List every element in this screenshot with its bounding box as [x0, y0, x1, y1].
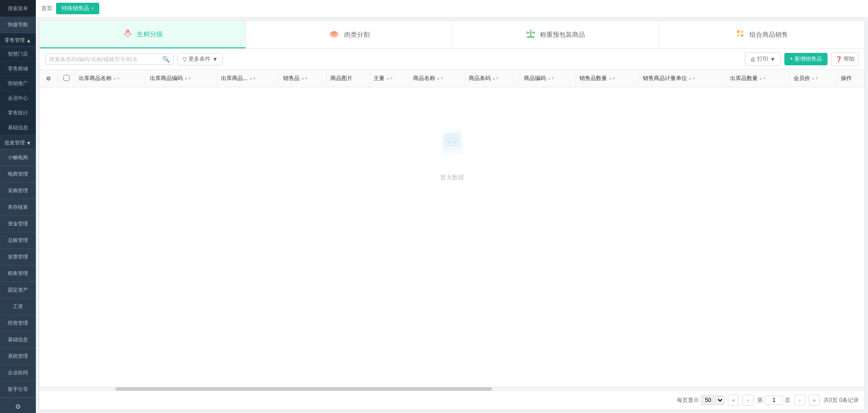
sidebar-item-retail-mall[interactable]: 零售商城: [0, 62, 36, 76]
th-product-code: 商品编码▲▼: [520, 70, 576, 87]
th-sales-qty: 销售品数量▲▼: [575, 70, 639, 87]
print-chevron: ▼: [770, 56, 776, 63]
sidebar-item-corp-coop[interactable]: 企业协同: [0, 365, 36, 381]
close-tab-icon[interactable]: ×: [91, 6, 94, 11]
sidebar-item-quick-nav[interactable]: 快捷导航: [0, 17, 36, 33]
chevron-down-icon: ▲: [26, 38, 31, 43]
sidebar-item-purchase-mgmt[interactable]: 采购管理: [0, 183, 36, 199]
sidebar-item-fixed-assets[interactable]: 固定资产: [0, 282, 36, 298]
print-button[interactable]: 🖨 打印 ▼: [745, 52, 781, 66]
page-number-input[interactable]: [765, 396, 783, 405]
sidebar-item-label: 零售统计: [8, 109, 28, 116]
add-sales-product-button[interactable]: + 新增销售品: [784, 53, 828, 65]
sidebar-item-wholesale-mgmt[interactable]: 批发管理 ▼: [0, 136, 36, 149]
sidebar-bottom: ⚙: [0, 398, 36, 413]
sidebar-item-sales-promo[interactable]: 营销推广: [0, 76, 36, 91]
select-all-checkbox[interactable]: [63, 75, 69, 81]
help-button[interactable]: ❓ 帮助: [831, 52, 859, 66]
sidebar-item-sys-mgmt[interactable]: 系统管理: [0, 348, 36, 365]
gear-icon: ⚙: [15, 403, 21, 410]
tab-fresh-grade-label: 生鲜分级: [137, 30, 163, 39]
sidebar-item-smart-store[interactable]: 智慧门店: [0, 47, 36, 62]
next-page-button[interactable]: ›: [794, 395, 805, 406]
filter-button[interactable]: ▽ 更多条件 ▼: [177, 53, 223, 65]
sidebar-item-basic-info[interactable]: 基础信息: [0, 332, 36, 348]
sidebar-item-new-guide[interactable]: 新手引导: [0, 381, 36, 398]
sidebar: 搜索菜单 快捷导航 零售管理 ▲ 智慧门店 零售商城 营销推广 会员中心 零售统…: [0, 0, 36, 413]
first-page-button[interactable]: «: [728, 395, 739, 406]
th-checkbox[interactable]: [58, 70, 74, 87]
chevron-right-icon: ▼: [26, 140, 31, 146]
sidebar-item-ecom-mgmt[interactable]: 电商管理: [0, 166, 36, 183]
retail-sub-menu: 智慧门店 零售商城 营销推广 会员中心 零售统计 基础信息: [0, 47, 36, 136]
sidebar-item-label: 零售商城: [8, 65, 28, 72]
svg-point-10: [527, 32, 528, 34]
scale-prepack-icon: [525, 28, 536, 41]
sidebar-item-label: 电商管理: [8, 171, 28, 178]
svg-point-16: [741, 34, 743, 37]
page-content-card: 生鲜分级 肉类分割: [40, 21, 864, 409]
sidebar-item-label: 库存核算: [8, 204, 28, 211]
th-operation: 操作: [837, 70, 864, 87]
sidebar-item-tax-mgmt[interactable]: 税务管理: [0, 265, 36, 282]
tab-fresh-grade[interactable]: 生鲜分级: [40, 21, 246, 48]
search-box[interactable]: 🔍: [45, 53, 174, 65]
tab-combo-sales[interactable]: 组合商品销售: [658, 21, 864, 48]
empty-text: 暂无数据: [440, 173, 464, 182]
active-tab[interactable]: 特殊销售品 ×: [56, 3, 99, 14]
horizontal-scrollbar-track[interactable]: [40, 387, 864, 390]
th-sales-unit: 销售商品计量单位▲▼: [639, 70, 726, 87]
sidebar-item-label: 采购管理: [8, 187, 28, 194]
sidebar-item-retail-stats[interactable]: 零售统计: [0, 106, 36, 120]
th-sales-product: 销售品▲▼: [279, 70, 326, 87]
sidebar-item-label: 基础信息: [8, 124, 28, 131]
sidebar-item-mini-ecom[interactable]: 小畅电商: [0, 149, 36, 166]
sidebar-item-label: 基础信息: [8, 336, 28, 343]
page-label: 第: [757, 396, 763, 404]
sidebar-item-salary[interactable]: 工资: [0, 298, 36, 315]
th-out-qty: 出库品数量▲▼: [726, 70, 789, 87]
svg-point-3: [126, 35, 129, 38]
th-settings[interactable]: ⚙: [40, 70, 58, 87]
th-product-barcode: 商品条码▲▼: [465, 70, 520, 87]
sidebar-item-label: 总账管理: [8, 237, 28, 244]
sidebar-item-finance[interactable]: 资金管理: [0, 216, 36, 232]
tab-scale-prepack[interactable]: 称重预包装商品: [452, 21, 658, 48]
sidebar-item-ops-mgmt[interactable]: 经营管理: [0, 315, 36, 332]
filter-label: 更多条件: [188, 55, 210, 63]
sidebar-item-membership[interactable]: 会员中心: [0, 91, 36, 106]
th-out-product-spec: 出库商品...▲▼: [217, 70, 279, 87]
search-input[interactable]: [49, 56, 160, 63]
sidebar-item-label: 快捷导航: [8, 21, 28, 28]
settings-icon[interactable]: ⚙: [46, 75, 51, 82]
sidebar-item-invoice-mgmt[interactable]: 发票管理: [0, 249, 36, 265]
combo-sales-icon: [735, 28, 746, 41]
search-menu-btn[interactable]: 搜索菜单: [8, 5, 28, 12]
tab-combo-sales-label: 组合商品销售: [749, 31, 788, 39]
sidebar-item-label: 批发管理: [5, 139, 25, 146]
main-content: 首页 特殊销售品 × 生鲜分级: [36, 0, 868, 413]
sidebar-item-label: 智慧门店: [8, 51, 28, 57]
svg-point-2: [129, 33, 131, 35]
sidebar-item-label: 新手引导: [8, 386, 28, 393]
sidebar-item-retail-mgmt[interactable]: 零售管理 ▲: [0, 33, 36, 47]
svg-point-13: [737, 30, 740, 33]
home-breadcrumb[interactable]: 首页: [41, 5, 52, 12]
sidebar-item-general-ledger[interactable]: 总账管理: [0, 232, 36, 249]
th-out-product-code: 出库商品编码▲▼: [146, 70, 217, 87]
search-icon[interactable]: 🔍: [162, 56, 170, 63]
prev-page-button[interactable]: ‹: [743, 395, 754, 406]
svg-point-11: [533, 32, 535, 34]
sidebar-item-settings[interactable]: ⚙: [0, 398, 36, 413]
sidebar-item-inventory[interactable]: 库存核算: [0, 199, 36, 216]
tab-meat-cut-label: 肉类分割: [344, 31, 370, 39]
per-page-dropdown[interactable]: 50 10 20 100: [701, 395, 724, 405]
sidebar-item-basic-info-retail[interactable]: 基础信息: [0, 120, 36, 135]
horizontal-scrollbar-thumb[interactable]: [115, 387, 492, 391]
th-product-image: 商品图片: [327, 70, 370, 87]
per-page-label: 每页显示: [677, 396, 699, 404]
svg-point-14: [741, 30, 743, 33]
last-page-button[interactable]: »: [809, 395, 820, 406]
tab-meat-cut[interactable]: 肉类分割: [246, 21, 452, 48]
filter-icon: ▽: [182, 56, 187, 63]
